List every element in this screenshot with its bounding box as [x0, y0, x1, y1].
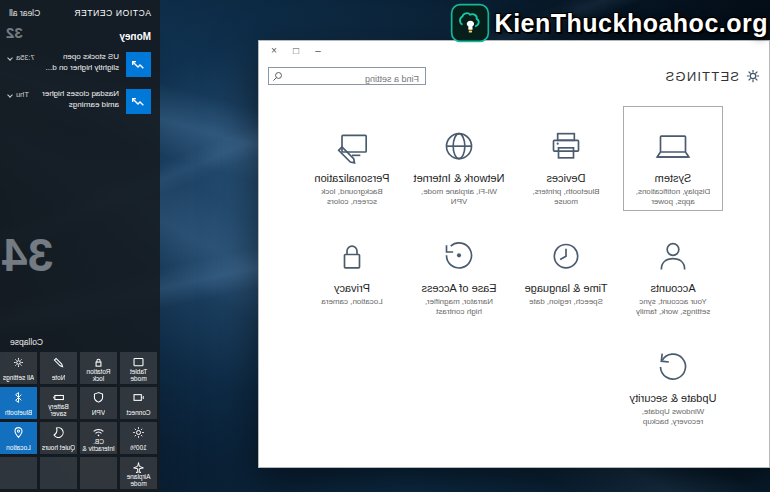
battery-icon — [52, 391, 65, 404]
tile-title: Privacy — [334, 282, 370, 294]
tile-subtitle: Narrator, magnifier, high contrast — [410, 297, 508, 318]
tile-title: Update & security — [630, 392, 717, 404]
gear-icon — [12, 356, 25, 369]
quick-action-brightness[interactable]: 100% — [120, 422, 157, 454]
quick-action-all-settings[interactable]: All settings — [0, 352, 37, 384]
tile-privacy[interactable]: Privacy Location, camera — [302, 216, 402, 321]
accounts-person-icon — [653, 235, 693, 279]
devices-icon — [546, 125, 586, 169]
money-app-icon — [126, 52, 151, 77]
tile-title: Ease of Access — [421, 282, 496, 294]
collapse-link[interactable]: Collapse — [10, 337, 43, 347]
note-pencil-icon — [52, 356, 65, 369]
notification-time: 7:35a — [16, 53, 35, 62]
quick-action-label: Quiet hours — [42, 445, 76, 452]
location-pin-icon — [12, 426, 25, 439]
quick-action-label: Note — [52, 375, 66, 382]
mirrored-desktop-area: – □ × SETTINGS — [0, 0, 770, 492]
quick-action-tablet-mode[interactable]: Tablet mode — [120, 352, 157, 384]
maximize-button[interactable]: □ — [285, 43, 307, 59]
ease-of-access-icon — [439, 235, 479, 279]
maximize-icon: □ — [293, 45, 299, 56]
tile-accounts[interactable]: Accounts Your account, sync settings, wo… — [623, 216, 723, 321]
money-app-icon — [126, 89, 151, 114]
search-input[interactable] — [269, 71, 425, 87]
clear-all-link[interactable]: Clear all — [9, 8, 40, 18]
quick-action-label: Connect — [126, 410, 150, 417]
tile-time-language[interactable]: Time & language Speech, region, date — [516, 216, 616, 321]
tile-title: Accounts — [650, 282, 695, 294]
tile-subtitle: Display, notifications, apps, power — [624, 187, 722, 208]
rotation-lock-icon — [92, 356, 105, 369]
tablet-icon — [132, 356, 145, 369]
tile-title: Network & Internet — [413, 172, 504, 184]
tile-devices[interactable]: Devices Bluetooth, printers, mouse — [516, 106, 616, 211]
quick-action-note[interactable]: Note — [40, 352, 77, 384]
quick-action-label: Rotation lock — [81, 369, 116, 382]
tile-title: Time & language — [525, 282, 608, 294]
notification-time: Thu — [16, 90, 29, 99]
chevron-down-icon[interactable] — [7, 55, 13, 61]
settings-category-grid: System Display, notifications, apps, pow… — [302, 106, 723, 431]
tile-subtitle: Windows Update, recovery, backup — [624, 407, 722, 428]
notification-meta: 7:35a — [8, 53, 35, 62]
minimize-icon: – — [315, 45, 321, 56]
tile-subtitle: Wi-Fi, airplane mode, VPN — [410, 187, 508, 208]
quick-action-location[interactable]: Location — [0, 422, 37, 454]
lock-icon — [332, 235, 372, 279]
notification-meta: Thu — [8, 90, 29, 99]
action-center-title: ACTION CENTER — [74, 8, 151, 18]
quick-action-quiet-hours[interactable]: Quiet hours — [40, 422, 77, 454]
quick-action-airplane-mode[interactable]: Airplane mode — [120, 457, 157, 489]
quick-action-label: CB. Interactiv & Public — [81, 439, 116, 452]
tile-update-security[interactable]: Update & security Windows Update, recove… — [623, 326, 723, 431]
tile-ease-of-access[interactable]: Ease of Access Narrator, magnifier, high… — [409, 216, 509, 321]
screen: – □ × SETTINGS — [0, 0, 770, 492]
window-titlebar[interactable]: – □ × — [259, 41, 769, 63]
quick-action-battery-saver[interactable]: Battery saver — [40, 387, 77, 419]
settings-header: SETTINGS — [259, 65, 769, 87]
tile-subtitle: Your account, sync settings, work, famil… — [624, 297, 722, 318]
quick-action-tile[interactable] — [0, 457, 37, 489]
quick-action-label: VPN — [92, 410, 105, 417]
quick-action-label: Tablet mode — [121, 369, 156, 382]
quick-action-label: Bluetooth — [5, 410, 32, 417]
refresh-arrows-icon — [653, 345, 693, 389]
chevron-down-icon[interactable] — [7, 92, 13, 98]
action-center-panel: 32 34 ACTION CENTER Clear all Money US s… — [0, 0, 160, 492]
window-caption-buttons: – □ × — [263, 43, 329, 59]
tile-title: Personalization — [314, 172, 389, 184]
quick-action-rotation-lock[interactable]: Rotation lock — [80, 352, 117, 384]
quick-action-vpn[interactable]: VPN — [80, 387, 117, 419]
close-button[interactable]: × — [263, 43, 285, 59]
quick-action-wifi-network[interactable]: CB. Interactiv & Public — [80, 422, 117, 454]
notification-item[interactable]: US stocks open slightly higher on d... 7… — [0, 47, 160, 84]
tile-title: Devices — [546, 172, 585, 184]
desktop-overlay-number: 34 — [2, 228, 53, 282]
minimize-button[interactable]: – — [307, 43, 329, 59]
search-icon[interactable] — [272, 71, 283, 82]
brightness-sun-icon — [132, 426, 145, 439]
wifi-icon — [92, 426, 105, 439]
quick-action-tile[interactable] — [40, 457, 77, 489]
quick-action-bluetooth[interactable]: Bluetooth — [0, 387, 37, 419]
quick-action-tile[interactable] — [80, 457, 117, 489]
tile-subtitle: Location, camera — [313, 297, 390, 307]
tile-title: System — [655, 172, 692, 184]
quick-action-label: Airplane mode — [121, 474, 156, 487]
tile-system[interactable]: System Display, notifications, apps, pow… — [623, 106, 723, 211]
quick-actions-grid: Tablet mode Rotation lock Note — [0, 352, 157, 489]
quick-action-connect[interactable]: Connect — [120, 387, 157, 419]
tile-subtitle: Speech, region, date — [521, 297, 611, 307]
notification-item[interactable]: Nasdaq closes higher amid earnings Thu — [0, 84, 160, 121]
action-center-header: ACTION CENTER Clear all — [0, 0, 160, 22]
tile-personalization[interactable]: Personalization Background, lock screen,… — [302, 106, 402, 211]
close-icon: × — [271, 45, 277, 56]
tile-subtitle: Bluetooth, printers, mouse — [517, 187, 615, 208]
bluetooth-icon — [12, 391, 25, 404]
clock-icon — [546, 235, 586, 279]
network-globe-icon — [439, 125, 479, 169]
quick-action-label: Location — [6, 445, 31, 452]
tile-network[interactable]: Network & Internet Wi-Fi, airplane mode,… — [409, 106, 509, 211]
tile-subtitle: Background, lock screen, colors — [303, 187, 401, 208]
